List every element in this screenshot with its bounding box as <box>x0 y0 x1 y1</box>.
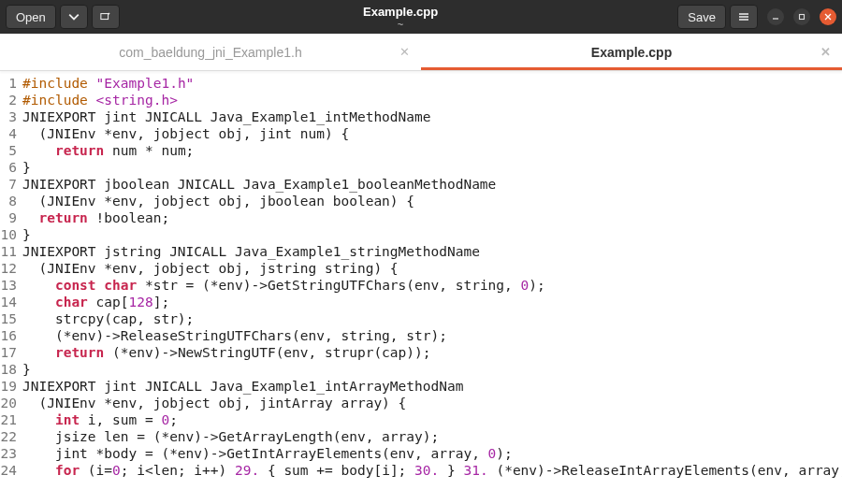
minimize-button[interactable] <box>767 8 784 25</box>
window-subtitle: ~ <box>123 19 678 30</box>
code-line[interactable]: 6} <box>0 159 842 176</box>
maximize-button[interactable] <box>793 8 810 25</box>
code-line[interactable]: 13 const char *str = (*env)->GetStringUT… <box>0 277 842 294</box>
line-number: 13 <box>0 277 22 294</box>
code-editor[interactable]: 1#include "Example1.h"2#include <string.… <box>0 71 842 504</box>
open-recent-dropdown[interactable] <box>60 5 88 29</box>
save-button[interactable]: Save <box>677 5 726 29</box>
svg-rect-1 <box>800 15 805 20</box>
code-line[interactable]: 5 return num * num; <box>0 142 842 159</box>
code-content[interactable]: (JNIEnv *env, jobject obj, jboolean bool… <box>22 193 842 209</box>
code-content[interactable]: (JNIEnv *env, jobject obj, jintArray arr… <box>22 395 842 411</box>
code-line[interactable]: 11JNIEXPORT jstring JNICALL Java_Example… <box>0 243 842 260</box>
code-content[interactable]: int i, sum = 0; <box>22 411 842 428</box>
code-line[interactable]: 10} <box>0 226 842 243</box>
line-number: 12 <box>0 260 22 277</box>
code-line[interactable]: 19JNIEXPORT jint JNICALL Java_Example1_i… <box>0 378 842 395</box>
line-number: 19 <box>0 378 22 395</box>
close-icon <box>824 13 832 21</box>
window-controls <box>767 8 836 25</box>
line-number: 15 <box>0 310 22 327</box>
title-area: Example.cpp ~ <box>123 5 678 30</box>
tabbar: com_baeldung_jni_Example1.h ✕ Example.cp… <box>0 34 842 71</box>
code-content[interactable]: return (*env)->NewStringUTF(env, strupr(… <box>22 344 842 361</box>
new-tab-button[interactable] <box>92 5 120 29</box>
code-content[interactable]: for (i=0; i<len; i++) 29. { sum += body[… <box>22 462 842 479</box>
code-content[interactable]: (JNIEnv *env, jobject obj, jint num) { <box>22 125 842 142</box>
hamburger-icon <box>738 11 749 22</box>
code-line[interactable]: 12 (JNIEnv *env, jobject obj, jstring st… <box>0 260 842 277</box>
code-line[interactable]: 4 (JNIEnv *env, jobject obj, jint num) { <box>0 125 842 142</box>
line-number: 11 <box>0 243 22 260</box>
line-number: 16 <box>0 327 22 344</box>
line-number: 14 <box>0 294 22 310</box>
code-content[interactable]: JNIEXPORT jstring JNICALL Java_Example1_… <box>22 243 842 260</box>
line-number: 20 <box>0 395 22 411</box>
line-number: 3 <box>0 108 22 125</box>
code-line[interactable]: 2#include <string.h> <box>0 92 842 108</box>
open-button[interactable]: Open <box>6 5 56 29</box>
tab-header-file[interactable]: com_baeldung_jni_Example1.h ✕ <box>0 34 421 70</box>
code-line[interactable]: 21 int i, sum = 0; <box>0 411 842 428</box>
code-content[interactable]: jint *body = (*env)->GetIntArrayElements… <box>22 445 842 462</box>
line-number: 4 <box>0 125 22 142</box>
code-line[interactable]: 16 (*env)->ReleaseStringUTFChars(env, st… <box>0 327 842 344</box>
code-line[interactable]: 24 for (i=0; i<len; i++) 29. { sum += bo… <box>0 462 842 479</box>
line-number: 6 <box>0 159 22 176</box>
line-number: 22 <box>0 428 22 445</box>
close-icon[interactable]: ✕ <box>399 45 410 59</box>
titlebar: Open Example.cpp ~ Save <box>0 0 842 34</box>
new-tab-icon <box>100 11 111 22</box>
line-number: 5 <box>0 142 22 159</box>
line-number: 21 <box>0 411 22 428</box>
code-content[interactable]: strcpy(cap, str); <box>22 310 842 327</box>
code-content[interactable]: #include "Example1.h" <box>22 75 842 92</box>
close-icon[interactable]: ✕ <box>820 45 831 59</box>
line-number: 8 <box>0 193 22 209</box>
code-content[interactable]: char cap[128]; <box>22 294 842 310</box>
line-number: 1 <box>0 75 22 92</box>
tab-label: com_baeldung_jni_Example1.h <box>119 45 301 60</box>
code-line[interactable]: 1#include "Example1.h" <box>0 75 842 92</box>
code-line[interactable]: 7JNIEXPORT jboolean JNICALL Java_Example… <box>0 176 842 193</box>
code-line[interactable]: 15 strcpy(cap, str); <box>0 310 842 327</box>
code-line[interactable]: 17 return (*env)->NewStringUTF(env, stru… <box>0 344 842 361</box>
tab-label: Example.cpp <box>591 45 672 60</box>
menu-button[interactable] <box>730 5 758 29</box>
svg-rect-0 <box>101 14 109 20</box>
close-button[interactable] <box>820 8 836 25</box>
code-content[interactable]: (*env)->ReleaseStringUTFChars(env, strin… <box>22 327 842 344</box>
code-line[interactable]: 14 char cap[128]; <box>0 294 842 310</box>
code-content[interactable]: JNIEXPORT jint JNICALL Java_Example1_int… <box>22 108 842 125</box>
line-number: 18 <box>0 361 22 378</box>
code-line[interactable]: 9 return !boolean; <box>0 209 842 226</box>
code-content[interactable]: (JNIEnv *env, jobject obj, jstring strin… <box>22 260 842 277</box>
line-number: 7 <box>0 176 22 193</box>
maximize-icon <box>798 13 806 21</box>
code-line[interactable]: 22 jsize len = (*env)->GetArrayLength(en… <box>0 428 842 445</box>
code-line[interactable]: 23 jint *body = (*env)->GetIntArrayEleme… <box>0 445 842 462</box>
code-content[interactable]: return num * num; <box>22 142 842 159</box>
line-number: 23 <box>0 445 22 462</box>
line-number: 17 <box>0 344 22 361</box>
minimize-icon <box>772 13 779 21</box>
code-line[interactable]: 18} <box>0 361 842 378</box>
code-line[interactable]: 3JNIEXPORT jint JNICALL Java_Example1_in… <box>0 108 842 125</box>
tab-example-cpp[interactable]: Example.cpp ✕ <box>421 34 842 70</box>
code-content[interactable]: return !boolean; <box>22 209 842 226</box>
code-content[interactable]: jsize len = (*env)->GetArrayLength(env, … <box>22 428 842 445</box>
code-content[interactable]: } <box>22 226 842 243</box>
code-content[interactable]: #include <string.h> <box>22 92 842 108</box>
code-content[interactable]: } <box>22 361 842 378</box>
window-title: Example.cpp <box>123 5 678 19</box>
code-content[interactable]: const char *str = (*env)->GetStringUTFCh… <box>22 277 842 294</box>
line-number: 10 <box>0 226 22 243</box>
code-line[interactable]: 8 (JNIEnv *env, jobject obj, jboolean bo… <box>0 193 842 209</box>
code-content[interactable]: JNIEXPORT jint JNICALL Java_Example1_int… <box>22 378 842 395</box>
code-line[interactable]: 20 (JNIEnv *env, jobject obj, jintArray … <box>0 395 842 411</box>
code-content[interactable]: JNIEXPORT jboolean JNICALL Java_Example1… <box>22 176 842 193</box>
line-number: 9 <box>0 209 22 226</box>
chevron-down-icon <box>68 11 80 22</box>
code-content[interactable]: } <box>22 159 842 176</box>
line-number: 24 <box>0 462 22 479</box>
